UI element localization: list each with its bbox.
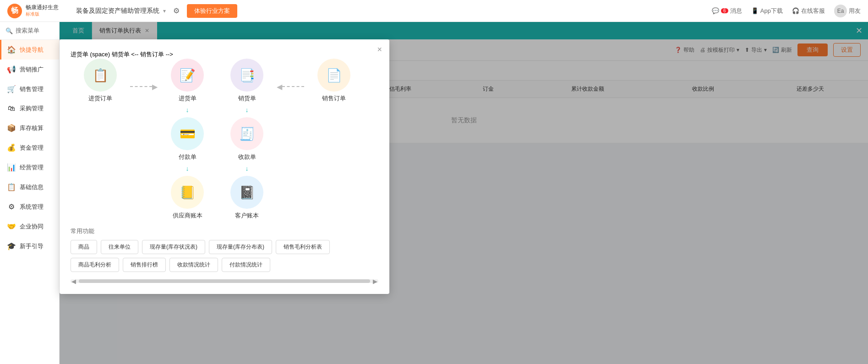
search-menu-item[interactable]: 🔍 搜索菜单 — [0, 22, 59, 40]
common-funcs-title: 常用功能 — [71, 227, 378, 235]
sidebar-item-cooperation[interactable]: 🤝 企业协同 — [0, 217, 59, 236]
settings-icon[interactable]: ⚙ — [173, 6, 180, 15]
sidebar-item-system[interactable]: ⚙ 系统管理 — [0, 197, 59, 217]
func-btn-5[interactable]: 商品毛利分析 — [71, 258, 119, 272]
modal-scrollbar[interactable]: ◀ ▶ — [71, 279, 378, 283]
sales-bill-icon[interactable]: 📑 — [230, 59, 263, 92]
flow-down-arrows-1: ↓ ↓ — [71, 104, 378, 115]
func-buttons-container: 商品往来单位现存量(库存状况表)现存量(库存分布表)销售毛利分析表商品毛利分析销… — [71, 240, 378, 272]
func-btn-8[interactable]: 付款情况统计 — [222, 258, 270, 272]
sidebar-label-purchase: 采购管理 — [20, 104, 44, 113]
func-btn-1[interactable]: 往来单位 — [101, 240, 138, 254]
func-btn-7[interactable]: 收款情况统计 — [169, 258, 218, 272]
flow-row-3: 📒 供应商账本 📓 客户账本 — [71, 176, 378, 220]
flow-row-1: 📋 进货订单 ▶ 📝 进货单 📑 销货单 — [71, 59, 378, 103]
payment-icon[interactable]: 💳 — [171, 117, 204, 150]
sidebar-icon-business: 📊 — [7, 163, 16, 172]
online-service-label: 在线客服 — [801, 7, 825, 15]
flow-row-2: 💳 付款单 🧾 收款单 — [71, 117, 378, 161]
system-name-text: 装备及固定资产辅助管理系统 — [76, 7, 159, 15]
func-btn-3[interactable]: 现存量(库存分布表) — [209, 240, 272, 254]
scroll-right-icon[interactable]: ▶ — [372, 278, 378, 285]
customer-ledger-label: 客户账本 — [235, 212, 259, 220]
sidebar-label-business: 经营管理 — [20, 163, 44, 172]
sidebar-item-basic[interactable]: 📋 基础信息 — [0, 177, 59, 197]
system-name-area: 装备及固定资产辅助管理系统 ▾ ⚙ — [76, 6, 180, 15]
message-label: 消息 — [730, 7, 742, 15]
sidebar-label-basic: 基础信息 — [20, 183, 44, 191]
sidebar-icon-cooperation: 🤝 — [7, 222, 16, 231]
sidebar-label-newbie: 新手引导 — [20, 242, 44, 250]
headset-icon: 🎧 — [792, 7, 799, 14]
sidebar-item-inventory[interactable]: 📦 库存核算 — [0, 118, 59, 138]
payment-label: 付款单 — [179, 153, 197, 161]
customer-ledger-node: 📓 客户账本 — [217, 176, 277, 220]
sidebar-item-quick-nav[interactable]: 🏠 快捷导航 — [0, 40, 59, 60]
scrollbar-thumb[interactable] — [79, 279, 370, 283]
scroll-left-icon[interactable]: ◀ — [71, 278, 77, 285]
sidebar-icon-purchase: 🛍 — [7, 104, 16, 113]
app-download-item[interactable]: 📱 App下载 — [751, 7, 783, 15]
logo-subtitle: 标准版 — [26, 11, 59, 17]
purchase-bill-node: 📝 进货单 — [158, 59, 217, 103]
down-arrow-purchase: ↓ — [158, 104, 217, 115]
sidebar-item-sales[interactable]: 🛒 销售管理 — [0, 79, 59, 99]
sales-order-node: 📄 销售订单 — [304, 59, 364, 103]
sidebar-item-purchase[interactable]: 🛍 采购管理 — [0, 99, 59, 118]
func-btn-2[interactable]: 现存量(库存状况表) — [142, 240, 205, 254]
online-service-item[interactable]: 🎧 在线客服 — [792, 7, 825, 15]
app-download-label: App下载 — [760, 7, 783, 15]
header-right: 💬 6 消息 📱 App下载 🎧 在线客服 Ea 用友 — [712, 5, 861, 17]
arrow-right-1: ▶ — [130, 70, 158, 91]
message-item[interactable]: 💬 6 消息 — [712, 7, 742, 15]
flow-modal: × 进货单 (space) 销货单 <-- 销售订单 --> 📋 进货订单 ▶ … — [60, 39, 389, 294]
sidebar-label-finance: 资金管理 — [20, 144, 44, 152]
func-btn-4[interactable]: 销售毛利分析表 — [276, 240, 330, 254]
sidebar-item-marketing[interactable]: 📢 营销推广 — [0, 60, 59, 79]
sidebar-icon-marketing: 📢 — [7, 65, 16, 74]
sidebar-icon-newbie: 🎓 — [7, 242, 16, 250]
func-btn-0[interactable]: 商品 — [71, 240, 97, 254]
sidebar-label-cooperation: 企业协同 — [20, 223, 44, 231]
purchase-order-node: 📋 进货订单 — [71, 59, 130, 103]
message-icon: 💬 — [712, 7, 719, 14]
system-chevron-icon[interactable]: ▾ — [163, 8, 166, 14]
supplier-ledger-icon[interactable]: 📒 — [171, 176, 204, 209]
sidebar-label-marketing: 营销推广 — [20, 65, 44, 74]
sidebar-icon-sales: 🛒 — [7, 85, 16, 93]
sales-bill-node: 📑 销货单 — [217, 59, 277, 103]
top-header: 畅 畅康通好生意 标准版 装备及固定资产辅助管理系统 ▾ ⚙ 体验行业方案 💬 … — [0, 0, 868, 22]
purchase-bill-icon[interactable]: 📝 — [171, 59, 204, 92]
supplier-ledger-label: 供应商账本 — [173, 212, 202, 220]
logo-text-area: 畅康通好生意 标准版 — [26, 4, 59, 18]
trial-button[interactable]: 体验行业方案 — [187, 4, 237, 18]
sidebar-label-system: 系统管理 — [20, 203, 44, 211]
purchase-order-label: 进货订单 — [88, 94, 112, 103]
sidebar-item-business[interactable]: 📊 经营管理 — [0, 158, 59, 177]
avatar: Ea — [834, 5, 847, 17]
sidebar-icon-inventory: 📦 — [7, 124, 16, 132]
user-item[interactable]: Ea 用友 — [834, 5, 861, 17]
sidebar: 🔍 搜索菜单 🏠 快捷导航 📢 营销推广 🛒 销售管理 🛍 采购管理 📦 库存核… — [0, 22, 60, 364]
modal-overlay[interactable]: × 进货单 (space) 销货单 <-- 销售订单 --> 📋 进货订单 ▶ … — [60, 22, 868, 364]
sidebar-item-finance[interactable]: 💰 资金管理 — [0, 138, 59, 158]
sidebar-icon-finance: 💰 — [7, 143, 16, 152]
sidebar-icon-basic: 📋 — [7, 183, 16, 191]
sales-bill-label: 销货单 — [238, 94, 256, 103]
user-name: 用友 — [849, 7, 861, 15]
purchase-order-icon[interactable]: 📋 — [84, 59, 117, 92]
receipt-icon[interactable]: 🧾 — [230, 117, 263, 150]
sales-order-icon[interactable]: 📄 — [317, 59, 350, 92]
logo-title: 畅康通好生意 — [26, 4, 59, 11]
payment-node: 💳 付款单 — [158, 117, 217, 161]
purchase-bill-label: 进货单 — [179, 94, 197, 103]
arrow-left-1: ◀ — [277, 70, 304, 91]
receipt-label: 收款单 — [238, 153, 256, 161]
modal-close-button[interactable]: × — [377, 45, 382, 54]
func-btn-6[interactable]: 销售排行榜 — [123, 258, 166, 272]
receipt-node: 🧾 收款单 — [217, 117, 277, 161]
customer-ledger-icon[interactable]: 📓 — [230, 176, 263, 209]
sidebar-item-newbie[interactable]: 🎓 新手引导 — [0, 236, 59, 256]
logo-area: 畅 畅康通好生意 标准版 — [7, 4, 67, 18]
down-arrow-receipt: ↓ — [217, 163, 277, 174]
